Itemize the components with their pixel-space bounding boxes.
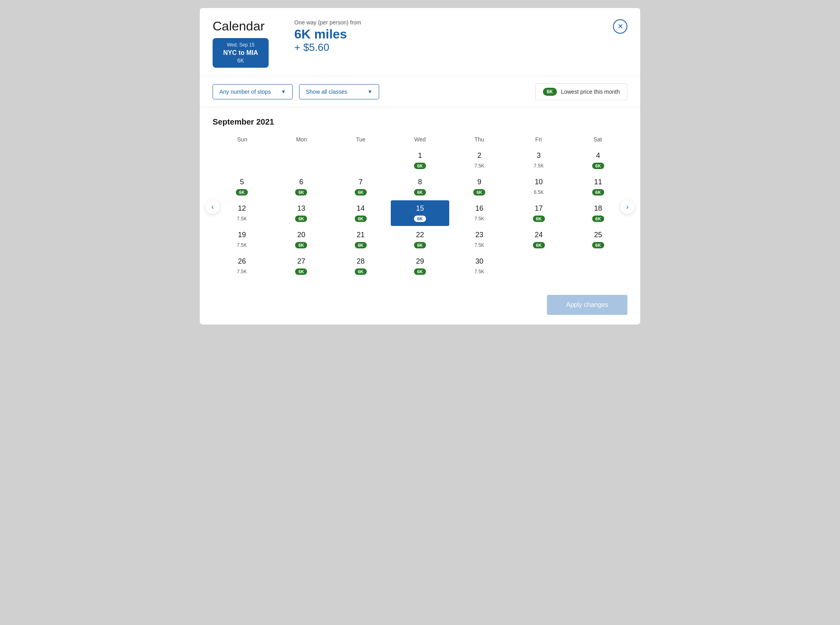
day-price: 6K (533, 241, 545, 248)
calendar-day[interactable]: 106.5K (509, 174, 568, 200)
day-number: 26 (238, 257, 246, 266)
day-price: 7.5K (534, 162, 544, 169)
classes-chevron-icon: ▼ (368, 89, 372, 95)
day-price: 6K (236, 188, 248, 196)
calendar-grid: Sun Mon Tue Wed Thu Fri Sat 16K27.5K37.5… (213, 135, 627, 279)
day-number: 20 (297, 231, 305, 240)
day-price: 6K (533, 215, 545, 222)
calendar-day[interactable]: 76K (332, 174, 390, 200)
calendar-day[interactable]: 127.5K (213, 200, 271, 226)
day-price: 7.5K (237, 215, 247, 222)
calendar-nav-wrapper: ‹ Sun Mon Tue Wed Thu Fri Sat 16K27.5K37… (213, 135, 627, 279)
day-price: 6K (355, 188, 367, 196)
day-number: 15 (416, 204, 424, 213)
lowest-price-badge: 6K Lowest price this month (535, 83, 627, 100)
calendar-day[interactable]: 176K (509, 200, 568, 226)
selected-date-price: 6K (221, 57, 261, 64)
weekday-wed: Wed (390, 135, 450, 144)
day-number: 8 (418, 178, 422, 187)
day-price: 6K (295, 241, 307, 248)
day-price: 6K (414, 162, 426, 169)
price-summary: One way (per person) from 6K miles + $5.… (294, 19, 361, 54)
lowest-price-text: Lowest price this month (561, 89, 620, 95)
calendar-day[interactable]: 37.5K (509, 147, 568, 173)
calendar-day[interactable]: 167.5K (450, 200, 508, 226)
calendar-day (509, 253, 568, 279)
day-price: 6K (592, 162, 604, 169)
day-price: 7.5K (237, 268, 247, 275)
selected-date-route: NYC to MIA (221, 49, 261, 56)
lowest-price-pill: 6K (543, 88, 557, 96)
calendar-day[interactable]: 116K (569, 174, 627, 200)
modal-footer: Apply changes (200, 288, 640, 325)
day-number: 14 (357, 204, 365, 213)
calendar-day[interactable]: 237.5K (450, 227, 508, 252)
weekday-tue: Tue (331, 135, 390, 144)
classes-filter-select[interactable]: Show all classes ▼ (299, 84, 379, 99)
calendar-day[interactable]: 156K (391, 200, 449, 226)
day-price: 6K (592, 215, 604, 222)
day-number: 12 (238, 204, 246, 213)
day-number: 25 (594, 231, 602, 240)
calendar-month-header: September 2021 (213, 117, 627, 127)
day-price: 6K (414, 215, 426, 222)
day-number: 30 (475, 257, 483, 266)
calendar-day[interactable]: 286K (332, 253, 390, 279)
day-price: 6K (414, 268, 426, 275)
day-price: 7.5K (474, 215, 484, 222)
day-number: 2 (477, 151, 481, 160)
calendar-day[interactable]: 27.5K (450, 147, 508, 173)
calendar-day (213, 147, 271, 173)
day-price: 6K (414, 241, 426, 248)
day-number: 6 (299, 178, 303, 187)
stops-filter-select[interactable]: Any number of stops ▼ (213, 84, 293, 99)
day-number: 13 (297, 204, 305, 213)
day-number: 16 (475, 204, 483, 213)
day-price: 6K (295, 268, 307, 275)
calendar-day[interactable]: 16K (391, 147, 449, 173)
calendar-day[interactable]: 276K (272, 253, 330, 279)
day-price: 6K (355, 268, 367, 275)
day-price: 7.5K (474, 268, 484, 275)
calendar-day[interactable]: 186K (569, 200, 627, 226)
calendar-day[interactable]: 246K (509, 227, 568, 252)
prev-month-button[interactable]: ‹ (205, 200, 220, 214)
calendar-day[interactable]: 256K (569, 227, 627, 252)
day-price: 6K (355, 215, 367, 222)
calendar-day[interactable]: 307.5K (450, 253, 508, 279)
day-number: 29 (416, 257, 424, 266)
calendar-day[interactable]: 136K (272, 200, 330, 226)
modal-title-text: Calendar Wed, Sep 15 NYC to MIA 6K (213, 19, 269, 68)
price-cash: + $5.60 (294, 41, 361, 54)
day-price: 7.5K (474, 162, 484, 169)
day-number: 10 (535, 178, 543, 187)
day-number: 21 (357, 231, 365, 240)
calendar-day[interactable]: 206K (272, 227, 330, 252)
day-number: 23 (475, 231, 483, 240)
day-price: 6K (414, 188, 426, 196)
calendar-day[interactable]: 66K (272, 174, 330, 200)
calendar-day[interactable]: 267.5K (213, 253, 271, 279)
apply-changes-button[interactable]: Apply changes (547, 295, 627, 315)
day-price: 6K (355, 241, 367, 248)
close-button[interactable]: ✕ (613, 19, 627, 34)
weekday-mon: Mon (272, 135, 331, 144)
close-icon: ✕ (617, 22, 623, 31)
calendar-days: 16K27.5K37.5K46K56K66K76K86K96K106.5K116… (213, 147, 627, 279)
calendar-day[interactable]: 197.5K (213, 227, 271, 252)
calendar-day[interactable]: 56K (213, 174, 271, 200)
day-number: 28 (357, 257, 365, 266)
calendar-day[interactable]: 86K (391, 174, 449, 200)
calendar-day[interactable]: 296K (391, 253, 449, 279)
weekday-sat: Sat (568, 135, 627, 144)
calendar-day[interactable]: 216K (332, 227, 390, 252)
day-number: 11 (594, 178, 602, 187)
calendar-day[interactable]: 146K (332, 200, 390, 226)
calendar-day[interactable]: 226K (391, 227, 449, 252)
day-price: 6K (473, 188, 485, 196)
calendar-day[interactable]: 96K (450, 174, 508, 200)
price-label: One way (per person) from (294, 19, 361, 26)
calendar-day[interactable]: 46K (569, 147, 627, 173)
next-month-button[interactable]: › (620, 200, 635, 214)
calendar-modal: Calendar Wed, Sep 15 NYC to MIA 6K One w… (200, 8, 640, 325)
